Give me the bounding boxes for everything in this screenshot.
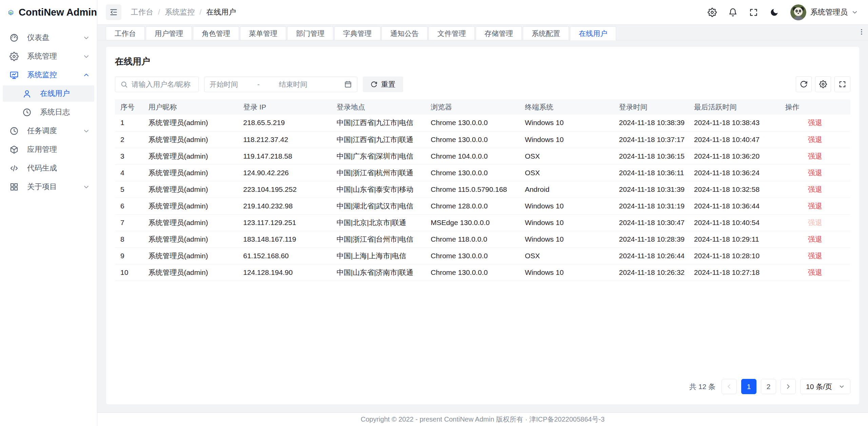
cell-browser: Chrome 130.0.0.0 xyxy=(425,247,519,264)
chevron-icon xyxy=(83,72,90,78)
sidebar-item[interactable]: 系统管理 xyxy=(3,48,94,64)
cell-ip: 124.128.194.90 xyxy=(238,264,331,281)
sidebar-item-icon xyxy=(9,126,19,136)
sidebar-item[interactable]: 关于项目 xyxy=(3,179,94,195)
reset-label: 重置 xyxy=(381,80,395,89)
tab[interactable]: 通知公告 xyxy=(381,26,428,40)
sidebar-item[interactable]: 应用管理 xyxy=(3,141,94,158)
tab[interactable]: 工作台 xyxy=(106,26,145,40)
tab[interactable]: 字典管理 xyxy=(334,26,380,40)
force-logout-link[interactable]: 强退 xyxy=(808,235,822,243)
tab[interactable]: 用户管理 xyxy=(146,26,192,40)
table-fullscreen-button[interactable] xyxy=(834,76,850,92)
cell-os: Windows 10 xyxy=(519,214,614,231)
sidebar-item-icon xyxy=(9,182,19,191)
chevron-down-icon xyxy=(852,9,858,15)
logo[interactable]: ContiNew Admin xyxy=(0,0,97,25)
user-menu[interactable]: 系统管理员 xyxy=(790,4,858,20)
sidebar-item-label: 系统日志 xyxy=(40,107,83,117)
tab[interactable]: 部门管理 xyxy=(287,26,333,40)
page-footer: Copyright © 2022 - present ContiNew Admi… xyxy=(97,412,868,426)
breadcrumb-item[interactable]: 工作台 xyxy=(131,7,153,17)
cell-last-active: 2024-11-18 10:29:11 xyxy=(689,231,780,247)
cell-last-active: 2024-11-18 10:36:24 xyxy=(689,164,780,181)
sidebar-item[interactable]: 代码生成 xyxy=(3,160,94,176)
tab[interactable]: 系统配置 xyxy=(523,26,569,40)
sidebar-item-label: 应用管理 xyxy=(27,144,83,155)
cell-login-time: 2024-11-18 10:36:11 xyxy=(614,164,689,181)
sidebar-item[interactable]: 仪表盘 xyxy=(3,29,94,46)
sidebar-item-label: 任务调度 xyxy=(27,126,83,136)
force-logout-link[interactable]: 强退 xyxy=(808,219,822,226)
sidebar-item-icon xyxy=(9,145,19,154)
topbar: 工作台 / 系统监控 / 在线用户 xyxy=(97,0,868,25)
reset-button[interactable]: 重置 xyxy=(363,77,403,92)
tab[interactable]: 文件管理 xyxy=(429,26,475,40)
tab[interactable]: 在线用户 xyxy=(570,26,616,40)
cell-login-time: 2024-11-18 10:31:19 xyxy=(614,198,689,214)
force-logout-link[interactable]: 强退 xyxy=(808,152,822,160)
breadcrumb-item[interactable]: 系统监控 xyxy=(165,7,195,17)
table-tools xyxy=(796,76,850,92)
sidebar-item[interactable]: 系统日志 xyxy=(3,104,94,120)
chevron-right-icon xyxy=(785,383,791,390)
pagination-prev-button[interactable] xyxy=(722,379,737,394)
sidebar-item[interactable]: 系统监控 xyxy=(3,67,94,83)
page-size-select[interactable]: 10 条/页 xyxy=(800,379,850,394)
tabs: 工作台 用户管理 角色管理 菜单管理 部门管理 xyxy=(106,25,617,40)
sidebar-item-icon xyxy=(22,89,32,98)
page-size-value: 10 条/页 xyxy=(806,382,832,391)
cell-action: 强退 xyxy=(780,131,850,148)
sidebar-menu: 仪表盘 系统管理 系统监控 在线用户 xyxy=(0,25,97,202)
tab[interactable]: 菜单管理 xyxy=(240,26,286,40)
tab[interactable]: 角色管理 xyxy=(193,26,239,40)
dark-mode-button[interactable] xyxy=(770,8,779,17)
force-logout-link[interactable]: 强退 xyxy=(808,185,822,193)
tab-label: 在线用户 xyxy=(579,29,607,38)
tab-label: 用户管理 xyxy=(155,29,183,38)
force-logout-link[interactable]: 强退 xyxy=(808,169,822,177)
table-row: 8 系统管理员(admin) 183.148.167.119 中国|浙江省|台州… xyxy=(115,231,850,247)
pagination-page-button[interactable]: 2 xyxy=(761,379,776,394)
settings-button[interactable] xyxy=(708,8,717,17)
cell-last-active: 2024-11-18 10:36:44 xyxy=(689,198,780,214)
cell-nickname: 系统管理员(admin) xyxy=(143,164,238,181)
table-refresh-button[interactable] xyxy=(796,76,812,92)
tab-more-button[interactable] xyxy=(858,28,865,36)
table-row: 9 系统管理员(admin) 61.152.168.60 中国|上海|上海市|电… xyxy=(115,247,850,264)
copyright-text: Copyright © 2022 - present ContiNew Admi… xyxy=(361,415,605,424)
expand-icon xyxy=(749,8,758,17)
notifications-button[interactable] xyxy=(728,8,737,17)
sidebar-item-icon xyxy=(9,52,19,61)
table-row: 5 系统管理员(admin) 223.104.195.252 中国|山东省|泰安… xyxy=(115,181,850,198)
force-logout-link[interactable]: 强退 xyxy=(808,268,822,276)
table-settings-button[interactable] xyxy=(815,76,831,92)
tab-label: 存储管理 xyxy=(485,29,513,38)
sidebar-item[interactable]: 任务调度 xyxy=(3,123,94,139)
pagination-next-button[interactable] xyxy=(781,379,796,394)
cell-index: 1 xyxy=(115,115,143,131)
sidebar-item-label: 关于项目 xyxy=(27,182,83,192)
sidebar-item[interactable]: 在线用户 xyxy=(3,85,94,102)
cell-os: Android xyxy=(519,181,614,198)
cell-index: 10 xyxy=(115,264,143,281)
cell-login-time: 2024-11-18 10:38:39 xyxy=(614,115,689,131)
force-logout-link[interactable]: 强退 xyxy=(808,119,822,126)
fullscreen-button[interactable] xyxy=(749,8,758,17)
pagination-page-button[interactable]: 1 xyxy=(741,379,756,394)
search-input[interactable]: 请输入用户名/昵称 xyxy=(115,77,199,92)
online-users-card: 在线用户 请输入用户名/昵称 开始时间 - 结束时间 重置 xyxy=(106,47,859,404)
table-row: 7 系统管理员(admin) 123.117.129.251 中国|北京|北京市… xyxy=(115,214,850,231)
force-logout-link[interactable]: 强退 xyxy=(808,136,822,143)
cell-location: 中国|江西省|九江市|联通 xyxy=(331,131,426,148)
force-logout-link[interactable]: 强退 xyxy=(808,252,822,260)
cell-action: 强退 xyxy=(780,148,850,164)
tab[interactable]: 存储管理 xyxy=(476,26,522,40)
force-logout-link[interactable]: 强退 xyxy=(808,202,822,210)
date-range-input[interactable]: 开始时间 - 结束时间 xyxy=(204,77,357,92)
sidebar-collapse-button[interactable] xyxy=(106,4,121,20)
cell-browser: MSEdge 130.0.0.0 xyxy=(425,214,519,231)
chevron-icon xyxy=(83,35,90,41)
search-placeholder: 请输入用户名/昵称 xyxy=(132,80,191,89)
cell-location: 中国|浙江省|杭州市|联通 xyxy=(331,164,426,181)
